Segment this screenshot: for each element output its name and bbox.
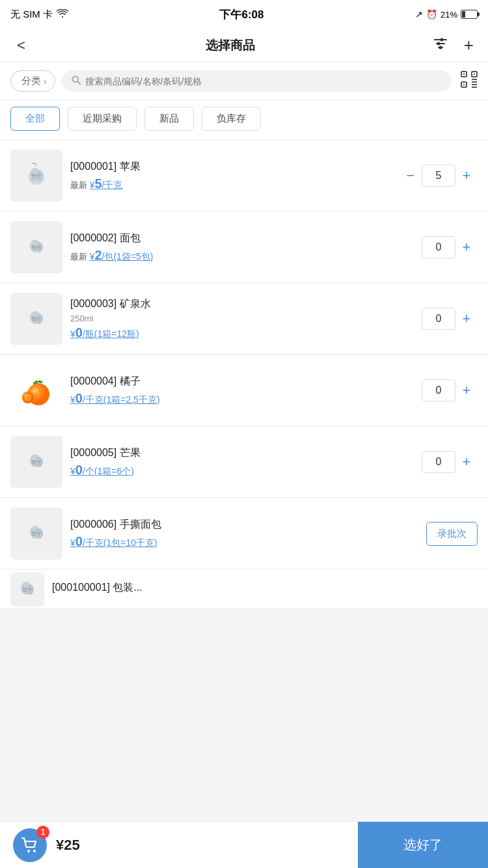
svg-rect-12 — [474, 74, 475, 75]
qty-input[interactable] — [422, 451, 455, 473]
bottom-bar: 1 ¥25 选好了 — [0, 821, 488, 868]
product-name: [0000001] 苹果 — [70, 160, 392, 174]
product-item-partial: 智十 [000100001] 包装... — [0, 570, 488, 609]
qty-control: 录批次 — [426, 522, 478, 546]
product-price: 最新 ¥2/包(1袋=5包) — [70, 248, 414, 263]
cart-area: 1 ¥25 — [0, 828, 358, 862]
tab-recent[interactable]: 近期采购 — [68, 107, 137, 131]
svg-rect-13 — [463, 84, 465, 85]
search-input-wrapper — [62, 70, 452, 92]
back-button[interactable]: < — [12, 34, 31, 57]
category-button[interactable]: 分类 › — [10, 70, 55, 92]
tab-negative[interactable]: 负库存 — [202, 107, 261, 131]
product-info: [0000001] 苹果 最新 ¥5/千克 — [70, 160, 392, 191]
product-name: [000100001] 包装... — [52, 581, 478, 595]
qty-increase-button[interactable]: + — [455, 308, 478, 330]
qty-increase-button[interactable]: + — [455, 236, 478, 258]
qty-input[interactable] — [422, 165, 455, 187]
qty-decrease-button[interactable]: − — [400, 165, 422, 187]
svg-text:智十: 智十 — [31, 459, 42, 465]
svg-rect-11 — [463, 74, 465, 75]
nav-actions: + — [430, 33, 476, 58]
alarm-icon: ⏰ — [426, 9, 437, 20]
product-thumbnail: 智十 — [10, 573, 44, 606]
scan-icon[interactable] — [461, 71, 478, 92]
cart-button[interactable]: 1 — [13, 828, 47, 862]
qty-control: + — [422, 308, 478, 330]
carrier-text: 无 SIM 卡 — [10, 8, 53, 21]
product-price: ¥0/个(1箱=6个) — [70, 463, 414, 478]
tab-new[interactable]: 新品 — [144, 107, 194, 131]
product-thumbnail: 智十 — [10, 508, 62, 560]
wifi-icon — [57, 9, 68, 20]
status-time: 下午6:08 — [219, 7, 264, 22]
qty-control: + — [422, 379, 478, 401]
product-list: 智十 智十 [0000001] 苹果 最新 ¥5/千克 − + 智十 — [0, 141, 488, 609]
qty-increase-button[interactable]: + — [455, 165, 478, 187]
svg-line-7 — [77, 81, 80, 84]
product-thumbnail: 智十 — [10, 221, 62, 273]
product-item: 智十 [0000006] 手撕面包 ¥0/千克(1包=10千克) 录批次 — [0, 498, 488, 569]
product-info: [0000002] 面包 最新 ¥2/包(1袋=5包) — [70, 232, 414, 263]
product-name: [0000006] 手撕面包 — [70, 518, 418, 532]
product-name: [0000003] 矿泉水 — [70, 297, 414, 311]
qty-input[interactable] — [422, 236, 455, 258]
product-price: 最新 ¥5/千克 — [70, 176, 392, 191]
search-icon — [71, 75, 81, 87]
svg-point-4 — [437, 42, 440, 46]
svg-point-48 — [27, 850, 30, 852]
status-right: ↗ ⏰ 21% — [415, 9, 478, 20]
qty-control: − + — [400, 165, 478, 187]
batch-button[interactable]: 录批次 — [426, 522, 478, 546]
filter-icon[interactable] — [430, 34, 451, 57]
svg-point-49 — [33, 850, 36, 852]
product-name: [0000002] 面包 — [70, 232, 414, 245]
cart-badge: 1 — [36, 826, 49, 839]
product-price: ¥0/千克(1包=10千克) — [70, 534, 418, 549]
status-left: 无 SIM 卡 — [10, 8, 68, 21]
product-info: [0000005] 芒果 ¥0/个(1箱=6个) — [70, 446, 414, 478]
svg-point-33 — [38, 380, 43, 383]
location-icon: ↗ — [415, 9, 423, 20]
product-item: 智十 [0000002] 面包 最新 ¥2/包(1袋=5包) + — [0, 212, 488, 283]
qty-input[interactable] — [422, 379, 455, 401]
cart-total: ¥25 — [56, 837, 80, 854]
product-info: [000100001] 包装... — [52, 581, 478, 597]
add-button[interactable]: + — [461, 33, 476, 58]
search-input[interactable] — [85, 76, 442, 87]
product-name: [0000005] 芒果 — [70, 446, 414, 460]
filter-tabs: 全部 近期采购 新品 负库存 — [0, 100, 488, 141]
tab-all[interactable]: 全部 — [10, 107, 60, 131]
product-price: ¥0/千克(1箱=2.5千克) — [70, 391, 414, 406]
qty-input[interactable] — [422, 308, 455, 330]
checkout-button[interactable]: 选好了 — [358, 822, 488, 869]
category-label: 分类 — [21, 75, 41, 87]
svg-text:智十: 智十 — [31, 531, 42, 537]
product-spec: 250ml — [70, 314, 414, 323]
svg-text:智十: 智十 — [31, 173, 42, 179]
svg-text:智十: 智十 — [31, 316, 42, 322]
page-title: 选择商品 — [206, 37, 255, 54]
battery-percent: 21% — [441, 10, 457, 20]
product-thumbnail: 智十 — [10, 293, 62, 345]
product-thumbnail — [10, 364, 62, 416]
product-item: 智十 [0000003] 矿泉水 250ml ¥0/瓶(1箱=12瓶) + — [0, 284, 488, 355]
product-price: ¥0/瓶(1箱=12瓶) — [70, 325, 414, 340]
qty-control: + — [422, 451, 478, 473]
product-item: 智十 [0000005] 芒果 ¥0/个(1箱=6个) + — [0, 427, 488, 498]
nav-bar: < 选择商品 + — [0, 29, 488, 62]
svg-point-3 — [440, 38, 443, 42]
qty-increase-button[interactable]: + — [455, 451, 478, 473]
category-chevron: › — [44, 76, 47, 87]
qty-increase-button[interactable]: + — [455, 379, 478, 401]
product-thumbnail: 智十 — [10, 436, 62, 488]
product-info: [0000003] 矿泉水 250ml ¥0/瓶(1箱=12瓶) — [70, 297, 414, 340]
search-bar: 分类 › — [0, 62, 488, 100]
product-name: [0000004] 橘子 — [70, 375, 414, 388]
svg-text:智十: 智十 — [22, 587, 33, 593]
svg-point-5 — [439, 46, 442, 49]
status-bar: 无 SIM 卡 下午6:08 ↗ ⏰ 21% — [0, 0, 488, 29]
svg-point-38 — [24, 394, 32, 401]
qty-control: + — [422, 236, 478, 258]
product-thumbnail: 智十 智十 — [10, 150, 62, 202]
